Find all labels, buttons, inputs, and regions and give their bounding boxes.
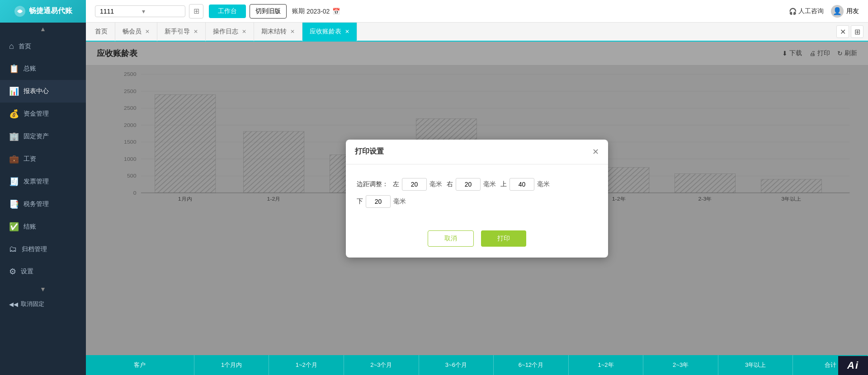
bottom-unit: 毫米 xyxy=(393,197,406,206)
invoice-icon: 🧾 xyxy=(9,177,19,187)
sidebar-item-close[interactable]: ✅ 结账 xyxy=(0,216,86,238)
tab-guide[interactable]: 新手引导 ✕ xyxy=(157,23,206,41)
ai-badge: Ai xyxy=(838,356,868,375)
right-unit: 毫米 xyxy=(483,180,496,188)
sidebar-item-tax[interactable]: 📑 税务管理 xyxy=(0,193,86,216)
sidebar-label-home: 首页 xyxy=(19,42,31,51)
company-selector[interactable]: 1111 ▾ xyxy=(95,5,185,17)
calendar-icon[interactable]: 📅 xyxy=(332,8,340,15)
modal-footer: 取消 打印 xyxy=(346,221,608,258)
tab-member-close[interactable]: ✕ xyxy=(145,28,150,35)
sidebar-label-archive: 归档管理 xyxy=(22,245,47,253)
close-all-tabs-button[interactable]: ✕ xyxy=(836,25,849,38)
footer-col-1m: 1个月内 xyxy=(194,355,269,375)
modal-close-button[interactable]: ✕ xyxy=(592,147,599,157)
sidebar-item-assets[interactable]: 🏢 固定资产 xyxy=(0,125,86,148)
sidebar-item-settings[interactable]: ⚙ 设置 xyxy=(0,260,86,283)
footer-col-customer: 客户 xyxy=(86,355,194,375)
top-margin-input[interactable] xyxy=(509,178,534,191)
consulting-label: 人工咨询 xyxy=(798,7,824,15)
tab-member-label: 畅会员 xyxy=(123,28,142,36)
modal-header: 打印设置 ✕ xyxy=(346,140,608,164)
sidebar-scroll-down[interactable]: ▼ xyxy=(0,283,86,295)
right-label: 右 xyxy=(447,180,453,188)
sidebar-item-ledger[interactable]: 📋 总账 xyxy=(0,57,86,80)
sidebar-item-funds[interactable]: 💰 资金管理 xyxy=(0,103,86,125)
sidebar-label-salary: 工资 xyxy=(24,155,36,163)
archive-icon: 🗂 xyxy=(9,244,17,254)
footer-col-1-2m: 1~2个月 xyxy=(269,355,344,375)
user-label: 用友 xyxy=(846,7,859,15)
expand-tabs-button[interactable]: ⊞ xyxy=(851,25,863,38)
tabs-bar: 首页 畅会员 ✕ 新手引导 ✕ 操作日志 ✕ 期末结转 ✕ 应收账龄表 ✕ xyxy=(86,23,868,42)
margin-left-group: 左 毫米 xyxy=(393,178,442,191)
assets-icon: 🏢 xyxy=(9,131,19,141)
content-area: 首页 畅会员 ✕ 新手引导 ✕ 操作日志 ✕ 期末结转 ✕ 应收账龄表 ✕ xyxy=(86,23,868,375)
reports-icon: 📊 xyxy=(9,86,19,96)
period-info: 账期 2023-02 📅 xyxy=(292,7,340,15)
margin-bottom-group: 下 毫米 xyxy=(357,195,406,208)
logo-icon xyxy=(14,5,26,18)
main-layout: ▲ ⌂ 首页 📋 总账 📊 报表中心 💰 资金管理 🏢 固定资产 💼 工资 🧾 … xyxy=(0,23,868,375)
margin-label: 边距调整： xyxy=(357,180,388,188)
top-unit: 毫米 xyxy=(537,180,550,188)
left-unit: 毫米 xyxy=(429,180,442,188)
sidebar: ▲ ⌂ 首页 📋 总账 📊 报表中心 💰 资金管理 🏢 固定资产 💼 工资 🧾 … xyxy=(0,23,86,375)
sidebar-label-tax: 税务管理 xyxy=(24,200,49,208)
right-margin-input[interactable] xyxy=(456,178,481,191)
sidebar-scroll-up[interactable]: ▲ xyxy=(0,23,86,35)
home-icon: ⌂ xyxy=(9,42,14,51)
logo-text: 畅捷通易代账 xyxy=(29,6,72,16)
sidebar-collapse-button[interactable]: ◀◀ 取消固定 xyxy=(0,295,86,313)
footer-col-3-6m: 3~6个月 xyxy=(419,355,494,375)
settings-icon: ⚙ xyxy=(9,267,16,277)
sidebar-label-reports: 报表中心 xyxy=(24,87,49,95)
sidebar-label-funds: 资金管理 xyxy=(24,110,49,118)
sidebar-item-invoice[interactable]: 🧾 发票管理 xyxy=(0,170,86,193)
left-margin-input[interactable] xyxy=(402,178,427,191)
cancel-button[interactable]: 取消 xyxy=(428,230,474,247)
sidebar-label-settings: 设置 xyxy=(21,267,33,276)
sidebar-item-archive[interactable]: 🗂 归档管理 xyxy=(0,238,86,260)
ai-label: Ai xyxy=(847,360,859,371)
margin-top-group: 上 毫米 xyxy=(500,178,550,191)
tab-ar-aging-close[interactable]: ✕ xyxy=(345,28,349,35)
top-bar: 畅捷通易代账 1111 ▾ ⊞ 工作台 切到旧版 账期 2023-02 📅 🎧 … xyxy=(0,0,868,23)
confirm-print-button[interactable]: 打印 xyxy=(481,230,526,247)
bottom-margin-input[interactable] xyxy=(366,195,391,208)
salary-icon: 💼 xyxy=(9,154,19,164)
tax-icon: 📑 xyxy=(9,199,19,209)
tab-period-end[interactable]: 期末结转 ✕ xyxy=(254,23,302,41)
footer-col-6-12m: 6~12个月 xyxy=(494,355,569,375)
footer-col-1-2y: 1~2年 xyxy=(569,355,644,375)
top-right: 🎧 人工咨询 👤 用友 xyxy=(789,5,859,18)
modal-overlay: 打印设置 ✕ 边距调整： 左 毫米 右 xyxy=(86,42,868,355)
user-info[interactable]: 👤 用友 xyxy=(831,5,859,18)
tab-member[interactable]: 畅会员 ✕ xyxy=(115,23,157,41)
dropdown-arrow-icon: ▾ xyxy=(142,8,180,15)
switch-old-button[interactable]: 切到旧版 xyxy=(250,4,287,19)
sidebar-item-reports[interactable]: 📊 报表中心 xyxy=(0,80,86,103)
consulting-button[interactable]: 🎧 人工咨询 xyxy=(789,7,824,15)
logo-area: 畅捷通易代账 xyxy=(0,0,86,23)
print-settings-modal: 打印设置 ✕ 边距调整： 左 毫米 右 xyxy=(346,140,608,258)
margin-form-row: 边距调整： 左 毫米 右 毫米 xyxy=(357,178,597,208)
sidebar-item-home[interactable]: ⌂ 首页 xyxy=(0,35,86,57)
tab-guide-label: 新手引导 xyxy=(165,28,190,36)
margin-right-group: 右 毫米 xyxy=(447,178,496,191)
tab-ar-aging-label: 应收账龄表 xyxy=(310,28,341,36)
tab-home[interactable]: 首页 xyxy=(86,23,115,41)
workbench-button[interactable]: 工作台 xyxy=(209,5,246,18)
copy-icon: ⊞ xyxy=(193,7,199,15)
tab-guide-close[interactable]: ✕ xyxy=(193,28,198,35)
table-footer: 客户 1个月内 1~2个月 2~3个月 3~6个月 6~12个月 1~2年 2~… xyxy=(86,355,868,375)
period-label: 账期 xyxy=(292,7,305,15)
copy-button[interactable]: ⊞ xyxy=(189,4,203,19)
tab-period-end-close[interactable]: ✕ xyxy=(290,28,295,35)
tab-oplog[interactable]: 操作日志 ✕ xyxy=(206,23,254,41)
sidebar-item-salary[interactable]: 💼 工资 xyxy=(0,148,86,170)
tab-ar-aging[interactable]: 应收账龄表 ✕ xyxy=(302,23,357,41)
tab-oplog-close[interactable]: ✕ xyxy=(242,28,246,35)
footer-col-3yplus: 3年以上 xyxy=(718,355,793,375)
top-label: 上 xyxy=(500,180,507,188)
